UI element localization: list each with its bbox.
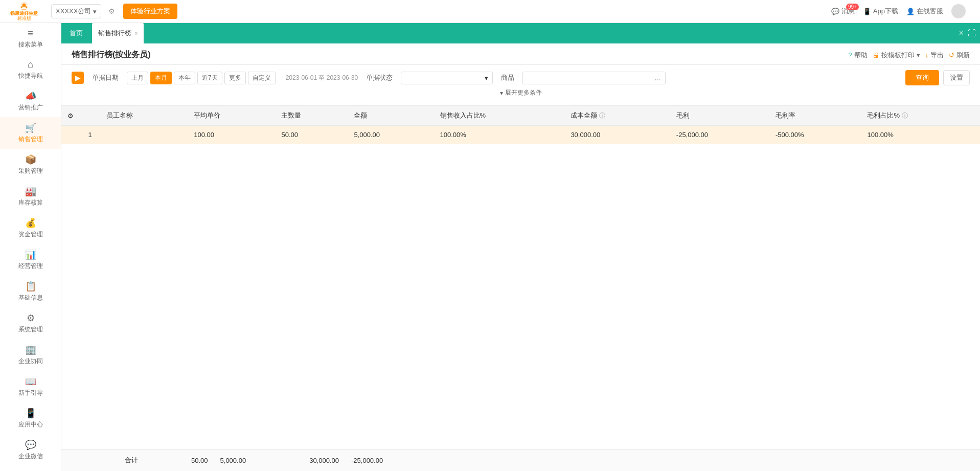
export-icon: ↓ [925,51,929,59]
export-button[interactable]: ↓ 导出 [925,51,944,60]
basic-icon: 📋 [25,281,36,292]
sidebar-item-member[interactable]: V 畅会员 [0,466,61,471]
svg-point-1 [22,4,26,7]
td-name [100,126,188,144]
td-profit-pct: 100.00% [861,126,980,144]
sidebar-item-label-system: 系统管理 [18,325,43,334]
data-table: ⚙ 员工名称 平均单价 主数量 全额 销售收入占比% 成本全额 ⓘ [61,106,980,144]
expand-more-button[interactable]: ▾ 展开更多条件 [72,85,970,100]
date-btn-custom[interactable]: 自定义 [248,72,276,84]
help-button[interactable]: ? 帮助 [848,51,867,60]
date-btn-7days[interactable]: 近7天 [197,72,222,84]
table-header-row: ⚙ 员工名称 平均单价 主数量 全额 销售收入占比% 成本全额 ⓘ [61,106,980,126]
th-name: 员工名称 [100,106,188,126]
footer-cost-amount: 30,000.00 [303,455,345,466]
date-btn-last-month[interactable]: 上月 [127,72,148,84]
print-button[interactable]: 🖨 按模板打印 ▾ [873,51,920,60]
table-body: 1 100.00 50.00 5,000.00 100.00% 30,000.0… [61,126,980,144]
system-icon: ⚙ [27,312,35,324]
sidebar-item-label-finance: 资金管理 [18,230,43,239]
page-actions: ? 帮助 🖨 按模板打印 ▾ ↓ 导出 ↺ [848,51,970,60]
top-bar: 畅康通好生意 标准版 XXXXX公司 ▾ ⚙ 体验行业方案 💬 消息 99+ 📱… [0,0,980,23]
sidebar-item-label-quicknav: 快捷导航 [18,72,43,80]
footer-row: 合计 50.00 5,000.00 30,000.00 -25,000.00 [67,454,974,467]
app-download-button[interactable]: 📱 App下载 [863,7,898,16]
online-service-button[interactable]: 👤 在线客服 [906,7,943,16]
avatar[interactable] [951,4,966,18]
export-label: 导出 [930,51,944,60]
sidebar-item-purchase[interactable]: 📦 采购管理 [0,149,61,181]
expand-more-label: 展开更多条件 [505,88,542,97]
td-sales-pct: 100.00% [434,126,565,144]
goods-more-btn[interactable]: … [654,74,661,82]
th-sales-pct: 销售收入占比% [434,106,565,126]
td-profit: -25,000.00 [670,126,769,144]
settings-button[interactable]: 设置 [943,70,970,85]
status-select[interactable]: ▾ [401,72,493,84]
sidebar-item-management[interactable]: 📊 经营管理 [0,244,61,276]
date-btn-this-year[interactable]: 本年 [174,72,195,84]
goods-label: 商品 [501,73,514,82]
td-settings [61,126,80,144]
brand-icon [16,1,32,11]
sidebar-item-apps[interactable]: 📱 应用中心 [0,402,61,434]
apps-icon: 📱 [25,408,36,419]
th-settings-icon: ⚙ [67,112,74,120]
print-chevron-icon: ▾ [917,51,920,59]
th-qty: 主数量 [275,106,348,126]
help-label: 帮助 [854,51,868,60]
help-icon: ? [848,51,852,59]
sidebar-item-quicknav[interactable]: ⌂ 快捷导航 [0,54,61,85]
sidebar-item-sales[interactable]: 🛒 销售管理 [0,117,61,149]
query-button[interactable]: 查询 [905,70,939,85]
search-menu-icon: ≡ [28,28,33,39]
sidebar-item-label-marketing: 营销推广 [18,103,43,112]
date-label: 单据日期 [92,73,119,82]
table-head: ⚙ 员工名称 平均单价 主数量 全额 销售收入占比% 成本全额 ⓘ [61,106,980,126]
wechat-icon: 💬 [25,439,36,451]
sidebar-item-wechat[interactable]: 💬 企业微信 [0,434,61,466]
main-area: ≡ 搜索菜单 ⌂ 快捷导航 📣 营销推广 🛒 销售管理 📦 采购管理 🏭 库 [0,23,980,471]
tab-home[interactable]: 首页 [61,23,91,43]
gear-icon[interactable]: ⚙ [108,7,115,15]
table-row: 1 100.00 50.00 5,000.00 100.00% 30,000.0… [61,126,980,144]
date-btn-this-month[interactable]: 本月 [150,72,172,84]
status-label: 单据状态 [366,73,393,82]
th-profit-rate: 毛利率 [769,106,861,126]
sidebar-item-enterprise[interactable]: 🏢 企业协同 [0,339,61,371]
tab-bar-close-button[interactable]: × [959,29,964,38]
th-profit: 毛利 [670,106,769,126]
finance-icon: 💰 [25,217,36,229]
sidebar-item-marketing[interactable]: 📣 营销推广 [0,85,61,117]
cost-info-icon[interactable]: ⓘ [599,112,605,119]
chevron-down-icon: ▾ [93,8,97,15]
goods-input[interactable]: … [522,72,666,84]
trial-button[interactable]: 体验行业方案 [123,4,177,19]
sidebar-item-search[interactable]: ≡ 搜索菜单 [0,23,61,54]
refresh-button[interactable]: ↺ 刷新 [949,51,970,60]
service-icon: 👤 [906,8,915,15]
tab-sales-ranking[interactable]: 销售排行榜 × [92,23,144,43]
sidebar-item-finance[interactable]: 💰 资金管理 [0,212,61,244]
date-btn-more[interactable]: 更多 [224,72,246,84]
tab-bar-expand-button[interactable]: ⛶ [968,29,976,38]
sidebar-item-inventory[interactable]: 🏭 库存核算 [0,181,61,212]
message-button[interactable]: 💬 消息 99+ [831,7,855,16]
company-selector[interactable]: XXXXX公司 ▾ [51,4,101,18]
td-rank: 1 [80,126,100,144]
sidebar-item-system[interactable]: ⚙ 系统管理 [0,307,61,339]
sidebar-item-label-apps: 应用中心 [18,420,43,429]
th-avg-price: 平均单价 [188,106,275,126]
brand-line2: 标准版 [17,16,31,21]
sidebar-item-label-search: 搜索菜单 [18,40,43,49]
sidebar-item-basic[interactable]: 📋 基础信息 [0,276,61,307]
th-settings[interactable]: ⚙ [61,106,80,126]
sidebar-item-guide[interactable]: 📖 新手引导 [0,371,61,402]
profit-pct-info-icon[interactable]: ⓘ [902,112,908,119]
filter-arrow-button[interactable]: ▶ [72,72,84,84]
sidebar: ≡ 搜索菜单 ⌂ 快捷导航 📣 营销推广 🛒 销售管理 📦 采购管理 🏭 库 [0,23,61,471]
inventory-icon: 🏭 [25,186,36,197]
home-icon: ⌂ [28,59,33,70]
guide-icon: 📖 [25,376,36,387]
tab-close-button[interactable]: × [134,30,138,36]
